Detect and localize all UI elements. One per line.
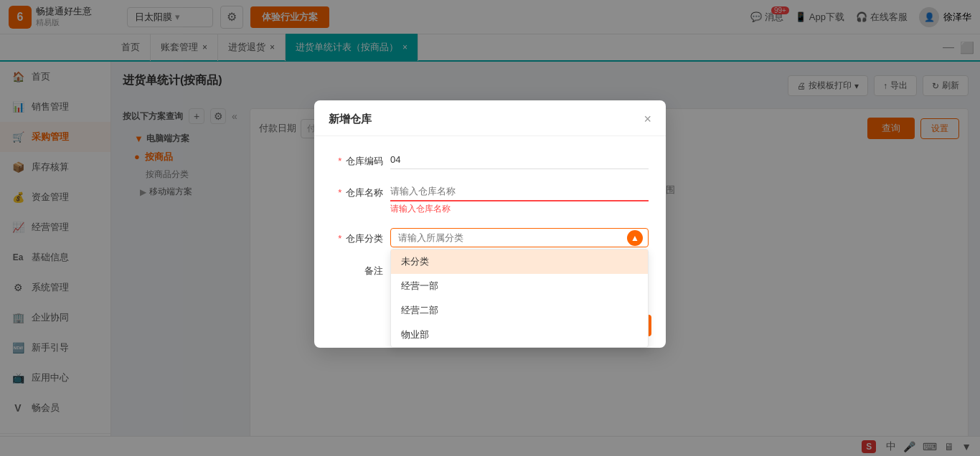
- name-error-msg: 请输入仓库名称: [390, 203, 649, 215]
- code-field-row: * 仓库编码: [331, 151, 649, 169]
- required-star-category: *: [338, 233, 341, 244]
- name-field-row: * 仓库名称 请输入仓库名称: [331, 182, 649, 215]
- category-option-op1[interactable]: 经营一部: [391, 274, 648, 298]
- category-input[interactable]: [390, 228, 649, 247]
- category-dropdown: 未分类 经营一部 经营二部 物业部: [390, 249, 649, 348]
- category-option-op2[interactable]: 经营二部: [391, 298, 648, 323]
- required-star-code: *: [338, 156, 341, 166]
- category-option-none[interactable]: 未分类: [391, 250, 648, 274]
- modal-header: 新增仓库 ×: [314, 100, 666, 136]
- category-label: * 仓库分类: [331, 228, 383, 245]
- code-input[interactable]: [390, 151, 649, 169]
- category-toggle-button[interactable]: ▲: [627, 230, 643, 246]
- category-option-property[interactable]: 物业部: [391, 323, 648, 347]
- modal-body: * 仓库编码 * 仓库名称 请输入仓库名称 * 仓库分类: [314, 136, 666, 306]
- name-field-wrap: 请输入仓库名称: [390, 182, 649, 215]
- name-input[interactable]: [390, 182, 649, 201]
- remark-label: 备注: [331, 260, 383, 277]
- category-field-wrap: ▲ 未分类 经营一部 经营二部 物业部: [390, 228, 649, 247]
- code-label: * 仓库编码: [331, 151, 383, 168]
- new-warehouse-modal: 新增仓库 × * 仓库编码 * 仓库名称 请输入仓库名称: [314, 100, 666, 348]
- modal-close-button[interactable]: ×: [644, 112, 651, 127]
- required-star-name: *: [338, 187, 341, 198]
- category-input-row: ▲ 未分类 经营一部 经营二部 物业部: [390, 228, 649, 247]
- modal-title: 新增仓库: [329, 113, 372, 126]
- code-field-wrap: [390, 151, 649, 169]
- category-field-row: * 仓库分类 ▲ 未分类 经营一部 经营二部 物业部: [331, 228, 649, 247]
- name-label: * 仓库名称: [331, 182, 383, 199]
